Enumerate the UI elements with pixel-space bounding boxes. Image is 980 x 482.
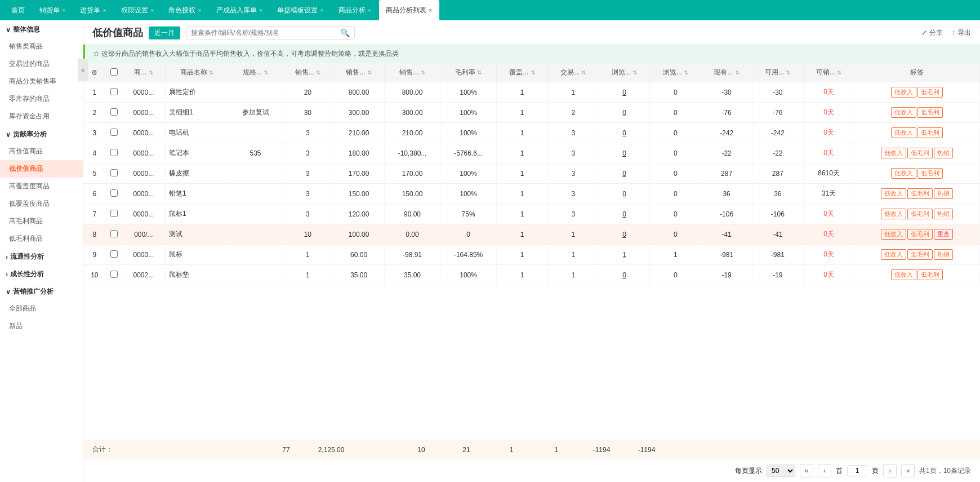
nav-permission-settings[interactable]: 权限设置 × <box>114 0 161 20</box>
col-transaction[interactable]: 交易... ⇅ <box>547 63 599 82</box>
sidebar-item-inventory-capital[interactable]: 库存资金占用 <box>0 108 83 125</box>
sidebar-section-growth[interactable]: › 成长性分析 <box>0 265 83 282</box>
close-icon[interactable]: × <box>198 7 201 14</box>
nav-sales-order[interactable]: 销货单 × <box>33 0 72 20</box>
col-browse1[interactable]: 浏览... ⇅ <box>599 63 650 82</box>
row-name: 鼠标 <box>166 245 229 265</box>
browse1-link[interactable]: 0 <box>622 271 626 279</box>
page-size-select[interactable]: 50 100 200 <box>767 465 795 477</box>
sidebar-item-all-goods[interactable]: 全部商品 <box>0 300 83 317</box>
sidebar-collapse-button[interactable]: « <box>78 59 88 81</box>
row-qty: 3 <box>282 123 333 143</box>
page-number-input[interactable] <box>847 465 867 476</box>
row-tags: 低收入低毛利热销 <box>854 184 980 204</box>
sidebar-section-liquidity[interactable]: › 流通性分析 <box>0 247 83 265</box>
col-browse2[interactable]: 浏览... ⇅ <box>650 63 701 82</box>
col-checkbox[interactable] <box>106 63 122 82</box>
col-available[interactable]: 可用... ⇅ <box>752 63 803 82</box>
share-button[interactable]: ⤢ 分享 <box>921 28 943 38</box>
sidebar-item-low-margin[interactable]: 低毛利商品 <box>0 230 83 247</box>
sidebar-item-low-coverage[interactable]: 低覆盖度商品 <box>0 195 83 213</box>
row-margin: 100% <box>440 184 497 204</box>
col-code[interactable]: 商... ⇅ <box>122 63 165 82</box>
sidebar-item-new-goods[interactable]: 新品 <box>0 317 83 335</box>
prev-page-button[interactable]: ‹ <box>818 464 831 477</box>
browse1-link[interactable]: 0 <box>622 190 626 198</box>
browse1-link[interactable]: 0 <box>622 129 626 137</box>
col-current[interactable]: 现有... ⇅ <box>701 63 752 82</box>
col-tags[interactable]: 标签 <box>854 63 980 82</box>
row-checkbox[interactable] <box>110 88 118 95</box>
sidebar-item-low-value[interactable]: 低价值商品 <box>0 160 83 178</box>
close-icon[interactable]: × <box>62 7 65 14</box>
row-checkbox[interactable] <box>110 149 118 156</box>
row-checkbox[interactable] <box>110 189 118 197</box>
next-page-button[interactable]: › <box>883 464 897 477</box>
table-row: 20000...吴细细1参加复试30300.00300.00100%1200-7… <box>83 103 980 123</box>
nav-product-instock[interactable]: 产成品入库单 × <box>210 0 269 20</box>
select-all-checkbox[interactable] <box>110 68 118 76</box>
row-name: 橡皮擦 <box>166 163 229 184</box>
row-checkbox[interactable] <box>110 230 118 237</box>
nav-product-analysis-list[interactable]: 商品分析列表 × <box>379 0 439 20</box>
row-checkbox[interactable] <box>110 108 118 116</box>
sidebar-section-marketing[interactable]: ∨ 营销推广分析 <box>0 282 83 300</box>
close-icon[interactable]: × <box>429 7 432 14</box>
close-icon[interactable]: × <box>320 7 323 14</box>
row-browse2: 0 <box>650 224 701 245</box>
search-input[interactable] <box>191 29 337 37</box>
row-checkbox[interactable] <box>110 169 118 176</box>
browse1-link[interactable]: 0 <box>622 170 626 178</box>
sidebar-item-high-coverage[interactable]: 高覆盖度商品 <box>0 178 83 195</box>
nav-purchase-order[interactable]: 进货单 × <box>73 0 113 20</box>
sidebar-item-zero-stock[interactable]: 零库存的商品 <box>0 90 83 108</box>
row-current: -41 <box>701 224 752 245</box>
export-button[interactable]: ↑ 导出 <box>952 28 971 38</box>
close-icon[interactable]: × <box>103 7 106 14</box>
first-page-button[interactable]: « <box>800 464 813 477</box>
col-qty[interactable]: 销售... ⇅ <box>282 63 333 82</box>
row-checkbox[interactable] <box>110 271 118 278</box>
close-icon[interactable]: × <box>259 7 262 14</box>
sidebar-section-overall[interactable]: ∨ 整体信息 <box>0 20 83 38</box>
nav-role-auth[interactable]: 角色授权 × <box>162 0 208 20</box>
row-num: 2 <box>83 103 106 123</box>
sidebar-item-sales-goods[interactable]: 销售类商品 <box>0 38 83 55</box>
sidebar-item-traded-goods[interactable]: 交易过的商品 <box>0 55 83 73</box>
nav-home[interactable]: 首页 <box>5 0 32 20</box>
row-checkbox[interactable] <box>110 210 118 217</box>
row-checkbox[interactable] <box>110 129 118 136</box>
browse1-link[interactable]: 0 <box>622 231 626 238</box>
col-coverage[interactable]: 覆盖... ⇅ <box>497 63 548 82</box>
row-browse1: 0 <box>599 143 650 163</box>
col-sellable[interactable]: 可销... ⇅ <box>803 63 854 82</box>
row-num: 8 <box>83 224 106 245</box>
sidebar-item-high-margin[interactable]: 高毛利商品 <box>0 213 83 230</box>
browse1-link[interactable]: 0 <box>622 109 626 117</box>
col-margin[interactable]: 毛利率 ⇅ <box>440 63 497 82</box>
col-spec[interactable]: 规格... ⇅ <box>229 63 282 82</box>
sidebar-item-high-value[interactable]: 高价值商品 <box>0 143 83 160</box>
browse1-link[interactable]: 1 <box>622 251 626 259</box>
search-icon[interactable]: 🔍 <box>340 28 350 37</box>
sidebar-item-category-sales-rate[interactable]: 商品分类销售率 <box>0 73 83 90</box>
row-qty: 20 <box>282 82 333 103</box>
nav-product-analysis[interactable]: 商品分析 × <box>332 0 378 20</box>
close-icon[interactable]: × <box>150 7 154 14</box>
row-tags: 低收入低毛利 <box>854 103 980 123</box>
row-browse1: 0 <box>599 224 650 245</box>
row-checkbox[interactable] <box>110 250 118 258</box>
close-icon[interactable]: × <box>368 7 371 14</box>
nav-template-settings[interactable]: 单据模板设置 × <box>270 0 330 20</box>
row-available: 36 <box>752 184 803 204</box>
browse1-link[interactable]: 0 <box>622 149 626 157</box>
browse1-link[interactable]: 0 <box>622 89 626 96</box>
col-amount[interactable]: 销售... ⇅ <box>333 63 385 82</box>
time-filter-button[interactable]: 近一月 <box>149 26 180 39</box>
col-name[interactable]: 商品名称 ⇅ <box>166 63 229 82</box>
last-page-button[interactable]: » <box>901 464 915 477</box>
sidebar-section-contribution[interactable]: ∨ 贡献率分析 <box>0 125 83 143</box>
browse1-link[interactable]: 0 <box>622 210 626 218</box>
row-code: 0000... <box>122 204 165 224</box>
col-sale-price[interactable]: 销售... ⇅ <box>384 63 440 82</box>
